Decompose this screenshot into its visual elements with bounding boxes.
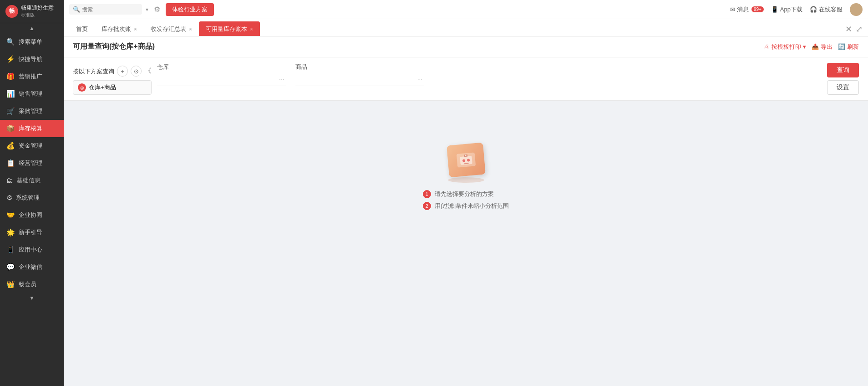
refresh-button[interactable]: 🔄 刷新 bbox=[838, 43, 859, 51]
page-actions: 🖨 按模板打印 ▾ 📤 导出 🔄 刷新 bbox=[764, 43, 859, 51]
wechat-icon: 💬 bbox=[6, 263, 15, 271]
sidebar-item-operations[interactable]: 📋 经营管理 bbox=[0, 154, 64, 172]
goods-label: 商品 bbox=[295, 63, 425, 71]
export-button[interactable]: 📤 导出 bbox=[812, 43, 832, 51]
receipt-summary-close-icon[interactable]: × bbox=[189, 26, 192, 32]
hint-text-1: 请先选择要分析的方案 bbox=[435, 190, 494, 198]
print-label: 按模板打印 bbox=[772, 43, 801, 51]
collapse-button[interactable]: 《 bbox=[144, 67, 152, 76]
sidebar-item-sales[interactable]: 📊 销售管理 bbox=[0, 85, 64, 103]
sales-icon: 📊 bbox=[6, 90, 15, 98]
query-btn-area: 查询 设置 bbox=[818, 63, 859, 95]
filter-section: 按以下方案查询 + ⊙ 《 ◎ 仓库+商品 bbox=[64, 57, 868, 101]
sidebar-item-shortcuts[interactable]: ⚡ 快捷导航 bbox=[0, 51, 64, 68]
export-label: 导出 bbox=[821, 43, 832, 51]
sidebar-item-basic-info[interactable]: 🗂 基础信息 bbox=[0, 172, 64, 189]
tab-home[interactable]: 首页 bbox=[69, 21, 95, 36]
goods-input[interactable] bbox=[295, 76, 414, 83]
sidebar-item-purchase[interactable]: 🛒 采购管理 bbox=[0, 103, 64, 120]
warehouse-input[interactable] bbox=[157, 76, 275, 83]
online-service-item[interactable]: 🎧 在线客服 bbox=[810, 5, 843, 14]
topbar: 🔍 ▾ ⚙ 体验行业方案 ✉ 消息 99+ 📱 App下载 🎧 在线客服 bbox=[64, 0, 868, 19]
sidebar-item-system[interactable]: ⚙ 系统管理 bbox=[0, 189, 64, 206]
tabs-bar: 首页 库存批次账 × 收发存汇总表 × 可用量库存账本 × ✕ ⤢ bbox=[64, 19, 868, 36]
headset-icon: 🎧 bbox=[810, 6, 817, 13]
empty-illustration bbox=[439, 137, 493, 183]
sidebar-item-guide[interactable]: 🌟 新手引导 bbox=[0, 224, 64, 241]
warehouse-more-icon[interactable]: ··· bbox=[277, 75, 286, 84]
empty-hint-1: 1 请先选择要分析的方案 bbox=[423, 190, 509, 198]
sidebar-item-label: 企业协同 bbox=[19, 211, 42, 219]
messages-label: 消息 bbox=[737, 5, 749, 14]
filter-row: 按以下方案查询 + ⊙ 《 ◎ 仓库+商品 bbox=[73, 63, 859, 95]
empty-hints: 1 请先选择要分析的方案 2 用[过滤]条件来缩小分析范围 bbox=[423, 190, 509, 210]
main-area: 🔍 ▾ ⚙ 体验行业方案 ✉ 消息 99+ 📱 App下载 🎧 在线客服 bbox=[64, 0, 868, 386]
sidebar-scroll-down[interactable]: ▼ bbox=[0, 293, 64, 303]
scheme-settings-button[interactable]: ⊙ bbox=[131, 66, 142, 77]
scheme-settings-icon: ⊙ bbox=[134, 68, 139, 75]
sidebar-item-label: 应用中心 bbox=[19, 246, 42, 254]
basic-info-icon: 🗂 bbox=[6, 176, 13, 184]
trial-button[interactable]: 体验行业方案 bbox=[166, 3, 214, 16]
available-ledger-close-icon[interactable]: × bbox=[250, 26, 253, 32]
messages-item[interactable]: ✉ 消息 99+ bbox=[730, 5, 764, 14]
goods-more-icon[interactable]: ··· bbox=[416, 75, 425, 84]
print-icon: 🖨 bbox=[764, 43, 770, 50]
sidebar-item-enterprise[interactable]: 🤝 企业协同 bbox=[0, 206, 64, 224]
sidebar-item-inventory[interactable]: 📦 库存核算 bbox=[0, 120, 64, 137]
search-chevron-icon[interactable]: ▾ bbox=[146, 6, 148, 13]
scheme-item[interactable]: ◎ 仓库+商品 bbox=[73, 80, 152, 95]
sidebar-item-wechat[interactable]: 💬 企业微信 bbox=[0, 258, 64, 276]
search-box[interactable]: 🔍 bbox=[69, 4, 142, 15]
sidebar-logo: 畅 畅康通好生意 标准版 bbox=[0, 0, 64, 23]
search-icon: 🔍 bbox=[73, 6, 80, 13]
sidebar-item-label: 资金管理 bbox=[19, 142, 42, 150]
goods-field: 商品 ··· bbox=[295, 63, 425, 86]
member-icon: 👑 bbox=[6, 280, 15, 288]
sidebar-item-member[interactable]: 👑 畅会员 bbox=[0, 276, 64, 293]
expand-tab-button[interactable]: ⤢ bbox=[856, 24, 863, 34]
refresh-label: 刷新 bbox=[847, 43, 859, 51]
filter-fields: 仓库 ··· 商品 ··· bbox=[157, 63, 812, 86]
tab-available-ledger[interactable]: 可用量库存账本 × bbox=[199, 21, 260, 36]
scheme-selector: 按以下方案查询 + ⊙ 《 ◎ 仓库+商品 bbox=[73, 63, 152, 95]
batch-account-close-icon[interactable]: × bbox=[134, 26, 137, 32]
filter-label: 按以下方案查询 bbox=[73, 64, 114, 76]
content-area: 可用量查询(按仓库+商品) 🖨 按模板打印 ▾ 📤 导出 🔄 刷新 bbox=[64, 36, 868, 386]
refresh-icon: 🔄 bbox=[838, 43, 845, 50]
topbar-gear-icon[interactable]: ⚙ bbox=[154, 5, 160, 14]
sidebar-item-finance[interactable]: 💰 资金管理 bbox=[0, 137, 64, 154]
sidebar-scroll-up[interactable]: ▲ bbox=[0, 23, 64, 33]
sidebar-item-label: 采购管理 bbox=[19, 107, 42, 115]
enterprise-icon: 🤝 bbox=[6, 211, 15, 219]
warehouse-label: 仓库 bbox=[157, 63, 286, 71]
sidebar-item-label: 系统管理 bbox=[16, 194, 40, 202]
tab-batch-account[interactable]: 库存批次账 × bbox=[95, 21, 144, 36]
query-button[interactable]: 查询 bbox=[827, 63, 859, 77]
sidebar-item-label: 经营管理 bbox=[19, 159, 42, 167]
add-scheme-button[interactable]: + bbox=[117, 66, 128, 77]
sidebar-item-search[interactable]: 🔍 搜索菜单 bbox=[0, 33, 64, 51]
print-chevron-icon: ▾ bbox=[803, 43, 806, 50]
sidebar-item-label: 基础信息 bbox=[17, 176, 41, 185]
batch-account-tab-label: 库存批次账 bbox=[102, 25, 131, 33]
sidebar-item-label: 营销推广 bbox=[19, 72, 42, 81]
search-input[interactable] bbox=[82, 6, 137, 13]
settings-button[interactable]: 设置 bbox=[827, 80, 859, 95]
print-button[interactable]: 🖨 按模板打印 ▾ bbox=[764, 43, 806, 51]
empty-box-face bbox=[456, 152, 475, 167]
tabs-right-actions: ✕ ⤢ bbox=[845, 24, 863, 36]
tab-receipt-summary[interactable]: 收发存汇总表 × bbox=[144, 21, 199, 36]
guide-icon: 🌟 bbox=[6, 228, 15, 237]
sidebar-item-label: 畅会员 bbox=[19, 280, 36, 288]
sidebar-item-app-center[interactable]: 📱 应用中心 bbox=[0, 241, 64, 258]
sidebar-item-marketing[interactable]: 🎁 营销推广 bbox=[0, 68, 64, 85]
sidebar-item-label: 新手引导 bbox=[19, 228, 42, 237]
phone-icon: 📱 bbox=[771, 6, 778, 13]
hint-num-1: 1 bbox=[423, 190, 431, 198]
system-icon: ⚙ bbox=[6, 194, 12, 202]
user-avatar[interactable] bbox=[850, 3, 863, 16]
app-download-item[interactable]: 📱 App下载 bbox=[771, 5, 802, 14]
close-tab-button[interactable]: ✕ bbox=[845, 24, 852, 34]
available-ledger-tab-label: 可用量库存账本 bbox=[206, 25, 247, 33]
